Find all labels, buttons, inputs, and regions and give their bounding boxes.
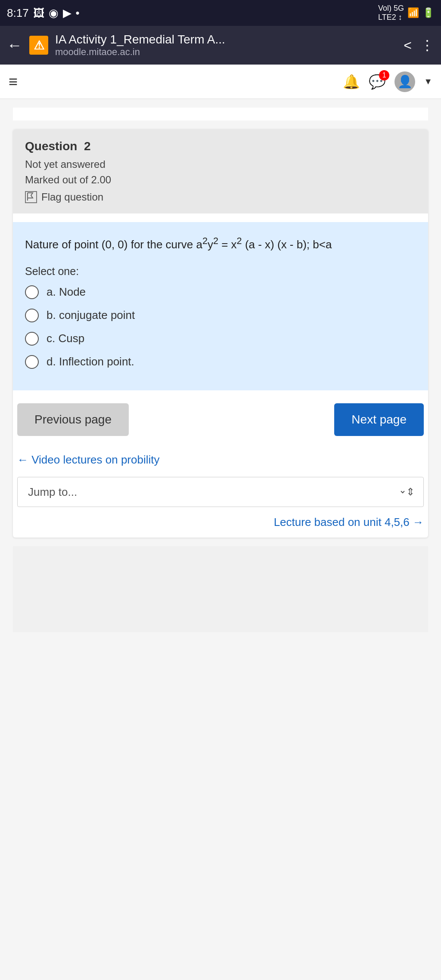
option-c-text: c. Cusp — [47, 332, 84, 345]
select-one-label: Select one: — [25, 265, 416, 278]
time-display: 8:17 — [7, 6, 29, 20]
app-subtitle: moodle.mitaoe.ac.in — [55, 46, 397, 58]
radio-b[interactable] — [25, 309, 39, 322]
menu-icon[interactable]: ≡ — [9, 73, 18, 91]
jump-to-select[interactable]: Jump to... — [26, 485, 406, 499]
app-title-container: IA Activity 1_Remedial Term A... moodle.… — [55, 33, 397, 58]
signal-icon: 📶 — [407, 7, 419, 19]
app-title: IA Activity 1_Remedial Term A... — [55, 33, 236, 46]
nav-actions: 🔔 💬 1 👤 ▼ — [343, 71, 432, 92]
share-icon[interactable]: < — [404, 37, 412, 53]
next-course-link[interactable]: Lecture based on unit 4,5,6 → — [17, 516, 424, 529]
option-a[interactable]: a. Node — [25, 285, 416, 299]
question-card: Question 2 Not yet answered Marked out o… — [13, 129, 428, 538]
question-label: Question — [25, 139, 77, 153]
jump-to-container: Jump to... ⇕ — [17, 477, 424, 507]
battery-icon: 🔋 — [422, 7, 434, 19]
app-bar-actions: < ⋮ — [404, 37, 434, 53]
next-page-button[interactable]: Next page — [334, 403, 424, 436]
option-c[interactable]: c. Cusp — [25, 332, 416, 346]
more-options-icon[interactable]: ⋮ — [420, 37, 434, 53]
radio-a[interactable] — [25, 285, 39, 299]
question-marks: Marked out of 2.00 — [25, 174, 416, 186]
back-button[interactable]: ← — [7, 36, 22, 54]
top-separator — [13, 108, 428, 121]
jump-to-arrow-icon: ⇕ — [406, 486, 415, 498]
option-d-text: d. Inflection point. — [47, 355, 134, 368]
option-d[interactable]: d. Inflection point. — [25, 355, 416, 369]
status-left: 8:17 🖼 ◉ ▶ • — [7, 6, 80, 20]
flag-icon — [25, 191, 37, 203]
page-nav-buttons: Previous page Next page — [13, 390, 428, 449]
bell-icon[interactable]: 🔔 — [343, 74, 360, 90]
radio-c[interactable] — [25, 332, 39, 346]
radio-d[interactable] — [25, 355, 39, 369]
status-right: Vol) 5GLTE2 ↕ 📶 🔋 — [378, 4, 434, 22]
bottom-section — [13, 546, 428, 632]
previous-page-button[interactable]: Previous page — [17, 403, 129, 436]
question-number: Question 2 — [25, 139, 416, 153]
nav-bar: ≡ 🔔 💬 1 👤 ▼ — [0, 65, 441, 99]
message-badge: 1 — [379, 70, 389, 80]
option-b-text: b. conjugate point — [47, 309, 135, 322]
play-icon: ▶ — [63, 6, 71, 20]
question-status: Not yet answered — [25, 158, 416, 170]
question-number-value: 2 — [84, 139, 91, 153]
whatsapp-icon: ◉ — [49, 6, 59, 20]
status-bar: 8:17 🖼 ◉ ▶ • Vol) 5GLTE2 ↕ 📶 🔋 — [0, 0, 441, 26]
footer-links: ← Video lectures on probility Jump to...… — [13, 449, 428, 538]
option-b[interactable]: b. conjugate point — [25, 309, 416, 322]
photo-icon: 🖼 — [33, 6, 44, 20]
dot-indicator: • — [76, 6, 80, 20]
main-content: Question 2 Not yet answered Marked out o… — [0, 99, 441, 980]
prev-course-link[interactable]: ← Video lectures on probility — [17, 453, 424, 467]
warning-icon: ⚠ — [29, 36, 48, 55]
avatar[interactable]: 👤 — [394, 71, 415, 92]
message-icon[interactable]: 💬 1 — [369, 74, 386, 90]
vol-5g-icon: Vol) 5GLTE2 ↕ — [378, 4, 404, 22]
option-a-text: a. Node — [47, 285, 86, 299]
options-list: a. Node b. conjugate point c. Cusp d. In… — [25, 285, 416, 369]
flag-question-button[interactable]: Flag question — [25, 191, 416, 203]
flag-label: Flag question — [41, 191, 103, 203]
question-text: Nature of point (0, 0) for the curve a2y… — [25, 234, 416, 253]
app-bar: ← ⚠ IA Activity 1_Remedial Term A... moo… — [0, 26, 441, 65]
question-info-box: Question 2 Not yet answered Marked out o… — [13, 129, 428, 213]
profile-dropdown-arrow[interactable]: ▼ — [424, 77, 432, 87]
avatar-icon: 👤 — [398, 74, 413, 89]
question-content-box: Nature of point (0, 0) for the curve a2y… — [13, 222, 428, 390]
